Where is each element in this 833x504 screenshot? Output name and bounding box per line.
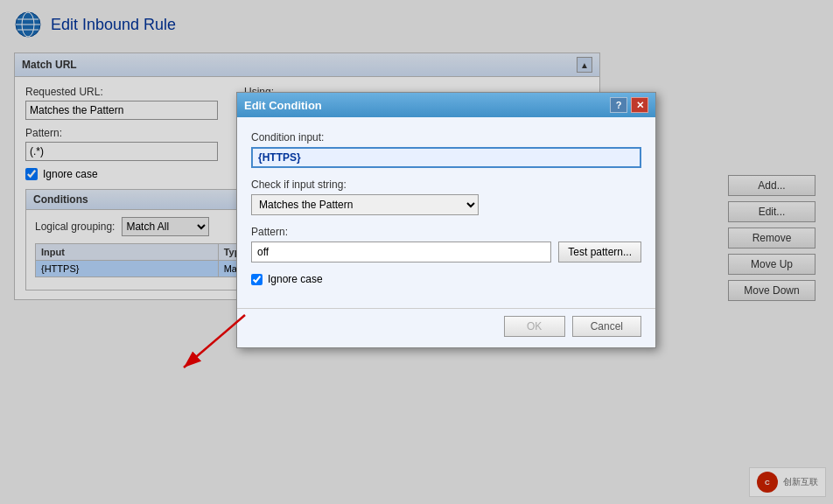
edit-condition-dialog: Edit Condition ? ✕ Condition input: Chec… xyxy=(236,92,656,348)
modal-title: Edit Condition xyxy=(244,99,322,112)
modal-title-buttons: ? ✕ xyxy=(610,97,648,113)
help-button[interactable]: ? xyxy=(610,97,627,113)
check-if-label: Check if input string: xyxy=(251,178,641,191)
main-window: Edit Inbound Rule Match URL ▲ Requested … xyxy=(0,0,833,504)
condition-input-group: Condition input: xyxy=(251,131,641,168)
close-button[interactable]: ✕ xyxy=(631,97,648,113)
modal-pattern-input[interactable] xyxy=(251,242,551,262)
test-pattern-button[interactable]: Test pattern... xyxy=(558,242,641,262)
modal-pattern-label: Pattern: xyxy=(251,226,641,238)
check-if-select[interactable]: Matches the Pattern Does Not Match the P… xyxy=(251,194,479,215)
condition-input-label: Condition input: xyxy=(251,131,641,144)
ok-button[interactable]: OK xyxy=(504,316,565,337)
modal-body: Condition input: Check if input string: … xyxy=(237,117,655,308)
modal-pattern-group: Pattern: Test pattern... xyxy=(251,226,641,262)
check-if-group: Check if input string: Matches the Patte… xyxy=(251,178,641,215)
modal-pattern-row: Test pattern... xyxy=(251,242,641,262)
modal-footer: OK Cancel xyxy=(237,308,655,347)
condition-input-field[interactable] xyxy=(251,147,641,168)
modal-ignore-case-label: Ignore case xyxy=(268,273,323,285)
modal-ignore-case-row: Ignore case xyxy=(251,273,641,285)
modal-ignore-case-checkbox[interactable] xyxy=(251,274,262,285)
modal-titlebar: Edit Condition ? ✕ xyxy=(237,93,655,117)
cancel-button[interactable]: Cancel xyxy=(572,316,641,337)
